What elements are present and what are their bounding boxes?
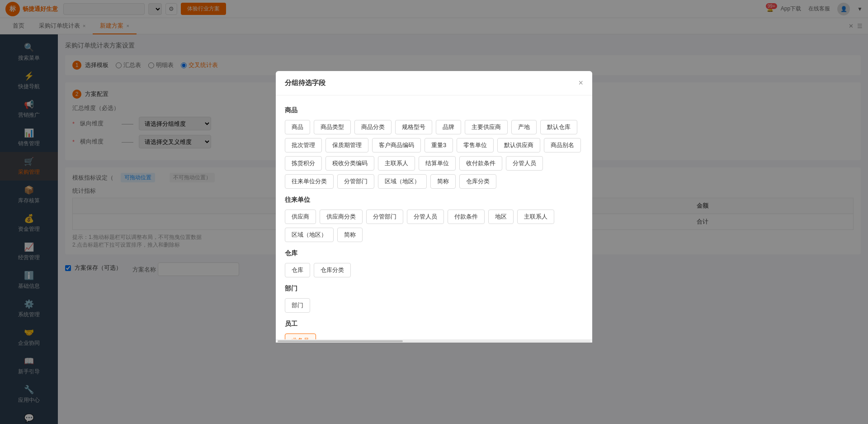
field-tag-分管部门[interactable]: 分管部门 [337, 174, 374, 189]
field-grid-仓库: 仓库仓库分类 [285, 263, 583, 277]
modal-section-title-商品: 商品 [285, 106, 583, 114]
scrollbar-track [278, 340, 590, 342]
field-tag-分管人员[interactable]: 分管人员 [407, 210, 444, 224]
field-tag-税收分类编码[interactable]: 税收分类编码 [326, 156, 374, 171]
field-tag-重量3[interactable]: 重量3 [425, 138, 453, 152]
field-tag-商品[interactable]: 商品 [285, 120, 310, 134]
field-tag-简称[interactable]: 简称 [430, 174, 456, 189]
field-tag-产地[interactable]: 产地 [511, 120, 537, 134]
field-tag-客户商品编码[interactable]: 客户商品编码 [372, 138, 421, 152]
modal-body: 商品商品商品类型商品分类规格型号品牌主要供应商产地默认仓库批次管理保质期管理客户… [276, 95, 592, 339]
modal-title: 分组待选字段 [285, 79, 326, 87]
field-tag-简称[interactable]: 简称 [337, 228, 363, 242]
field-grid-部门: 部门 [285, 298, 583, 313]
field-tag-收付款条件[interactable]: 收付款条件 [459, 156, 502, 171]
field-tag-默认供应商[interactable]: 默认供应商 [497, 138, 540, 152]
field-tag-区域（地区）[interactable]: 区域（地区） [378, 174, 427, 189]
field-tag-主要供应商[interactable]: 主要供应商 [465, 120, 508, 134]
field-tag-默认仓库[interactable]: 默认仓库 [540, 120, 577, 134]
field-tag-拣货积分[interactable]: 拣货积分 [285, 156, 322, 171]
modal-horizontal-scrollbar[interactable] [276, 339, 592, 343]
field-grid-往来单位: 供应商供应商分类分管部门分管人员付款条件地区主联系人区域（地区）简称 [285, 210, 583, 242]
modal-close-button[interactable]: × [578, 78, 583, 88]
field-tag-主联系人[interactable]: 主联系人 [378, 156, 415, 171]
modal-section-title-员工: 员工 [285, 320, 583, 328]
field-tag-仓库分类[interactable]: 仓库分类 [314, 263, 351, 277]
field-tag-商品别名[interactable]: 商品别名 [544, 138, 581, 152]
field-tag-部门[interactable]: 部门 [285, 298, 310, 313]
modal-section-title-部门: 部门 [285, 285, 583, 293]
modal-dialog: 分组待选字段 × 商品商品商品类型商品分类规格型号品牌主要供应商产地默认仓库批次… [276, 71, 592, 343]
field-tag-结算单位[interactable]: 结算单位 [419, 156, 456, 171]
field-tag-供应商[interactable]: 供应商 [285, 210, 316, 224]
field-tag-区域（地区）[interactable]: 区域（地区） [285, 228, 334, 242]
field-tag-仓库[interactable]: 仓库 [285, 263, 310, 277]
field-grid-员工: 业务员 [285, 333, 583, 339]
field-tag-仓库分类[interactable]: 仓库分类 [459, 174, 496, 189]
field-tag-分管部门[interactable]: 分管部门 [366, 210, 403, 224]
field-tag-往来单位分类[interactable]: 往来单位分类 [285, 174, 334, 189]
field-tag-批次管理[interactable]: 批次管理 [285, 138, 322, 152]
field-tag-分管人员[interactable]: 分管人员 [506, 156, 543, 171]
field-tag-地区[interactable]: 地区 [488, 210, 514, 224]
field-tag-付款条件[interactable]: 付款条件 [448, 210, 485, 224]
field-tag-商品类型[interactable]: 商品类型 [314, 120, 351, 134]
field-grid-商品: 商品商品类型商品分类规格型号品牌主要供应商产地默认仓库批次管理保质期管理客户商品… [285, 120, 583, 189]
field-tag-业务员[interactable]: 业务员 [285, 333, 316, 339]
field-tag-规格型号[interactable]: 规格型号 [395, 120, 432, 134]
field-tag-商品分类[interactable]: 商品分类 [354, 120, 392, 134]
modal-section-title-仓库: 仓库 [285, 249, 583, 257]
field-tag-保质期管理[interactable]: 保质期管理 [326, 138, 368, 152]
scrollbar-thumb [278, 340, 403, 342]
field-tag-零售单位[interactable]: 零售单位 [457, 138, 494, 152]
modal-section-title-往来单位: 往来单位 [285, 196, 583, 204]
field-tag-品牌[interactable]: 品牌 [436, 120, 461, 134]
field-tag-供应商分类[interactable]: 供应商分类 [320, 210, 363, 224]
field-tag-主联系人[interactable]: 主联系人 [517, 210, 554, 224]
modal-header: 分组待选字段 × [276, 71, 592, 95]
